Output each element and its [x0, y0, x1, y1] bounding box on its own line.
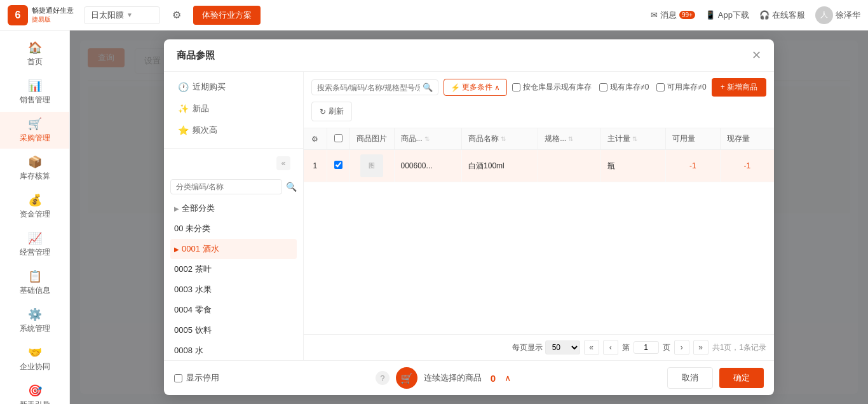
online-service-btn[interactable]: 🎧 在线客服 [759, 10, 805, 21]
th-settings[interactable]: ⚙ [304, 128, 327, 150]
arrow-icon: ▶ [174, 205, 179, 212]
category-search: 🔍 [164, 175, 303, 198]
home-icon: 🏠 [28, 41, 42, 55]
sidebar-item-inventory[interactable]: 📦 库存核算 [0, 150, 69, 187]
prev-page-button[interactable]: ‹ [603, 340, 618, 355]
operation-icon: 📈 [28, 231, 42, 245]
right-panel: 🔍 ⚡ 更多条件 ∧ 按仓库显示现有库存 [304, 72, 774, 360]
category-fruit[interactable]: 0003 水果 [170, 279, 297, 300]
th-code[interactable]: 商品...⇅ [394, 128, 462, 150]
sidebar-item-operation[interactable]: 📈 经营管理 [0, 226, 69, 263]
collapse-footer-button[interactable]: ∧ [505, 373, 511, 383]
sidebar: 🏠 首页 📊 销售管理 🛒 采购管理 📦 库存核算 💰 资金管理 📈 经营管理 … [0, 30, 70, 404]
category-tea[interactable]: 0002 茶叶 [170, 259, 297, 279]
last-page-button[interactable]: » [693, 340, 709, 355]
finance-icon: 💰 [28, 193, 42, 207]
sidebar-item-sales[interactable]: 📊 销售管理 [0, 74, 69, 111]
category-search-icon[interactable]: 🔍 [286, 182, 297, 192]
category-snack[interactable]: 0004 零食 [170, 300, 297, 320]
confirm-button[interactable]: 确定 [719, 368, 764, 388]
th-checkbox[interactable] [327, 128, 349, 150]
sidebar-item-basic[interactable]: 📋 基础信息 [0, 264, 69, 301]
row-checkbox[interactable] [327, 150, 349, 182]
sidebar-item-system[interactable]: ⚙️ 系统管理 [0, 302, 69, 339]
user-menu[interactable]: 人 徐泽华 [815, 6, 860, 24]
sidebar-item-purchase[interactable]: 🛒 采购管理 [0, 112, 69, 149]
tab-frequent[interactable]: ⭐ 频次高 [170, 120, 297, 140]
checkbox-stock-not-zero[interactable]: 现有库存≠0 [599, 82, 649, 93]
settings-icon[interactable]: ⚙ [166, 5, 187, 25]
headset-icon: 🎧 [759, 10, 770, 20]
basic-icon: 📋 [28, 269, 42, 283]
product-search-input[interactable] [317, 83, 420, 92]
modal-title: 商品参照 [177, 50, 215, 62]
sidebar-item-home[interactable]: 🏠 首页 [0, 36, 69, 72]
product-search-box: 🔍 [311, 79, 438, 95]
tab-recent-purchase[interactable]: 🕐 近期购买 [170, 77, 297, 97]
th-unit[interactable]: 主计量⇅ [601, 128, 666, 150]
th-image: 商品图片 [349, 128, 394, 150]
select-all-checkbox[interactable] [334, 134, 342, 142]
top-nav: 6 畅捷通好生意 捷易版 日太阳膜 ▼ ⚙ 体验行业方案 ✉ 消息 99+ 📱 … [0, 0, 868, 30]
mobile-icon: 📱 [705, 10, 715, 20]
refresh-icon: ↻ [320, 107, 326, 116]
next-page-button[interactable]: › [674, 340, 689, 355]
cancel-button[interactable]: 取消 [667, 367, 713, 389]
category-all[interactable]: ▶ 全部分类 [170, 198, 297, 219]
tab-new-product[interactable]: ✨ 新品 [170, 98, 297, 119]
inventory-icon: 📦 [28, 155, 42, 169]
message-btn[interactable]: ✉ 消息 99+ [651, 10, 695, 21]
nav-selector[interactable]: 日太阳膜 ▼ [84, 6, 160, 24]
continuous-count: 0 [491, 373, 496, 384]
category-uncategorized[interactable]: 00 未分类 [170, 219, 297, 239]
show-disabled-checkbox[interactable]: 显示停用 [174, 372, 219, 384]
page-size-selector: 每页显示 50 10 20 100 [512, 340, 580, 354]
category-liquor[interactable]: ▶ 0001 酒水 [170, 239, 297, 259]
modal-close-button[interactable]: ✕ [752, 48, 761, 62]
sidebar-item-finance[interactable]: 💰 资金管理 [0, 188, 69, 225]
product-table-area: ⚙ 商品图片 商品...⇅ 商品名称⇅ 规格...⇅ 主计量⇅ 可用量 现存量 [304, 128, 774, 334]
row-unit: 瓶 [601, 150, 666, 182]
th-name[interactable]: 商品名称⇅ [462, 128, 538, 150]
first-page-button[interactable]: « [584, 340, 599, 355]
content-area: 查询 设置 商品参照 ✕ [70, 30, 868, 404]
modal-body: 🕐 近期购买 ✨ 新品 ⭐ 频次高 [164, 72, 774, 360]
page-number-input[interactable] [634, 341, 659, 354]
table-row[interactable]: 1 图 000600... 白酒100ml 瓶 [304, 150, 774, 182]
refresh-button[interactable]: ↻ 刷新 [311, 102, 352, 121]
checkbox-warehouse[interactable]: 按仓库显示现有库存 [512, 82, 592, 93]
cart-button[interactable]: 🛒 [396, 367, 417, 389]
chevron-down-icon: ▼ [126, 11, 133, 18]
add-product-button[interactable]: + 新增商品 [712, 78, 766, 97]
th-spec[interactable]: 规格...⇅ [538, 128, 601, 150]
category-water[interactable]: 0008 水 [170, 340, 297, 360]
category-search-input[interactable] [170, 179, 282, 194]
message-badge: 99+ [679, 11, 695, 19]
sidebar-item-guide[interactable]: 🎯 新手引导 [0, 379, 69, 404]
modal-header: 商品参照 ✕ [164, 39, 774, 72]
help-button[interactable]: ? [376, 371, 390, 385]
filter-button[interactable]: ⚡ 更多条件 ∧ [444, 79, 507, 96]
category-beverage[interactable]: 0005 饮料 [170, 320, 297, 340]
row-code: 000600... [394, 150, 462, 182]
row-stock: -1 [720, 150, 774, 182]
trial-button[interactable]: 体验行业方案 [193, 6, 261, 25]
logo-text: 畅捷通好生意 捷易版 [32, 6, 74, 24]
left-panel-tabs: 🕐 近期购买 ✨ 新品 ⭐ 频次高 [164, 72, 303, 145]
collapse-panel-button[interactable]: « [276, 156, 290, 170]
checkbox-available-not-zero[interactable]: 可用库存≠0 [656, 82, 706, 93]
star-icon: ⭐ [178, 125, 189, 135]
th-available: 可用量 [666, 128, 721, 150]
collab-icon: 🤝 [28, 346, 42, 360]
nav-right: ✉ 消息 99+ 📱 App下载 🎧 在线客服 人 徐泽华 [651, 6, 860, 24]
main-layout: 🏠 首页 📊 销售管理 🛒 采购管理 📦 库存核算 💰 资金管理 📈 经营管理 … [0, 30, 868, 404]
guide-icon: 🎯 [28, 384, 42, 398]
message-icon: ✉ [651, 10, 658, 20]
sidebar-item-collab[interactable]: 🤝 企业协同 [0, 340, 69, 377]
total-info: 共1页，1条记录 [712, 342, 766, 353]
filter-icon: ⚡ [451, 83, 460, 92]
search-icon[interactable]: 🔍 [423, 83, 433, 92]
app-download-btn[interactable]: 📱 App下载 [705, 10, 749, 21]
modal-overlay: 商品参照 ✕ 🕐 近期购买 ✨ 新 [70, 30, 868, 404]
page-size-select[interactable]: 50 10 20 100 [545, 340, 580, 354]
